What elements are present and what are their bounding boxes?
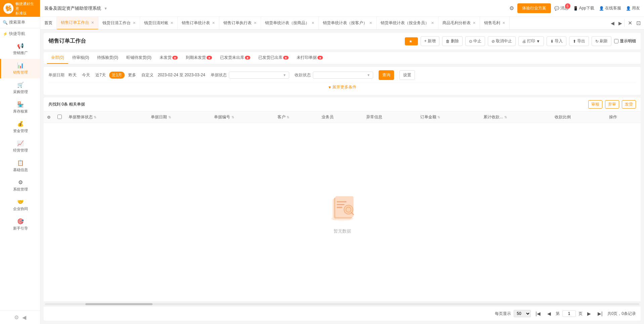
sort-bill-no-icon[interactable]: ⇅ bbox=[231, 115, 234, 119]
empty-illustration bbox=[326, 191, 359, 224]
tabs-scroll-right[interactable]: ▶ bbox=[616, 21, 624, 26]
tab-0[interactable]: 首页 bbox=[40, 17, 57, 30]
cancel-audit-button[interactable]: 弃审 bbox=[605, 100, 619, 109]
tab-close-7[interactable]: ✕ bbox=[369, 21, 372, 25]
scrollbar-thumb[interactable] bbox=[85, 303, 153, 305]
date-option-自定义[interactable]: 自定义 bbox=[139, 72, 156, 79]
sidebar-item-enterprise[interactable]: 🤝企业协同 bbox=[0, 195, 40, 215]
cancel-pause-button[interactable]: ⊘ 取消中止 bbox=[488, 36, 516, 46]
tab-close-1[interactable]: ✕ bbox=[91, 21, 94, 25]
tab-close-8[interactable]: ✕ bbox=[431, 21, 434, 25]
print-button[interactable]: 🖨 打印 ▼ bbox=[518, 36, 544, 46]
select-all-checkbox[interactable] bbox=[57, 115, 62, 119]
expand-more-conditions[interactable]: ▼ 展开更多条件 bbox=[48, 83, 636, 91]
delete-button[interactable]: 🗑 删除 bbox=[442, 36, 463, 46]
settings-col-icon[interactable]: ⚙ bbox=[47, 115, 51, 120]
sub-tab-7[interactable]: 已发货已出库● bbox=[254, 52, 293, 64]
query-button[interactable]: 查询 bbox=[379, 70, 394, 80]
sidebar-item-basic[interactable]: 📋基础信息 bbox=[0, 156, 40, 176]
sidebar-item-purchase[interactable]: 🛒采购管理 bbox=[0, 78, 40, 98]
sub-tab-6[interactable]: 已发货未出库● bbox=[216, 52, 254, 64]
maximize-tab-icon[interactable]: ⊡ bbox=[635, 19, 642, 27]
payment-status-select[interactable]: ▼ bbox=[313, 72, 373, 79]
sidebar-item-guide[interactable]: 🎯新手引导 bbox=[0, 215, 40, 234]
audit-button[interactable]: 审核 bbox=[588, 100, 602, 109]
export-button[interactable]: ⬆ 导出 bbox=[569, 36, 589, 46]
sidebar-search[interactable]: 🔍 搜索菜单 bbox=[0, 17, 40, 28]
user-action[interactable]: 👤 用友 bbox=[626, 5, 640, 11]
settings-filter-button[interactable]: 设置 bbox=[399, 70, 415, 80]
sub-tab-8[interactable]: 未打印单据● bbox=[293, 52, 327, 64]
solution-button[interactable]: 体验行业方案 bbox=[517, 3, 551, 13]
settings-gear-icon[interactable]: ⚙ bbox=[509, 5, 514, 11]
page-number-input[interactable] bbox=[562, 310, 576, 317]
sub-tab-5[interactable]: 到期未发货● bbox=[182, 52, 216, 64]
date-option-近1月[interactable]: 近1月 bbox=[109, 72, 125, 79]
app-download-action[interactable]: 📱 App下载 bbox=[573, 5, 594, 11]
settings-bottom-icon[interactable]: ⚙ bbox=[14, 314, 19, 321]
tab-2[interactable]: 钱货日清工作台✕ bbox=[98, 17, 140, 30]
close-all-tabs-icon[interactable]: ✕ bbox=[627, 19, 634, 27]
col-salesperson: 业务员 bbox=[318, 112, 363, 123]
bill-status-select[interactable]: ▼ bbox=[229, 72, 289, 79]
first-page-btn[interactable]: |◀ bbox=[533, 310, 543, 317]
smart-generate-button[interactable]: ★ bbox=[405, 37, 418, 45]
date-option-更多[interactable]: 更多 bbox=[126, 72, 138, 79]
title-dropdown-arrow[interactable]: ▼ bbox=[104, 6, 108, 10]
tab-8[interactable]: 销货单统计表（按业务员）✕ bbox=[377, 17, 438, 30]
quick-nav[interactable]: ⚡ 快捷导航 bbox=[0, 28, 40, 39]
sidebar-item-system[interactable]: ⚙系统管理 bbox=[0, 176, 40, 195]
sidebar-item-inventory[interactable]: 🏪库存核算 bbox=[0, 98, 40, 117]
tab-close-5[interactable]: ✕ bbox=[254, 21, 257, 25]
tab-close-3[interactable]: ✕ bbox=[170, 21, 173, 25]
sub-tab-2[interactable]: 待拣验货(0) bbox=[93, 52, 122, 64]
sub-tab-0[interactable]: 全部(0) bbox=[47, 52, 68, 64]
tab-9[interactable]: 商品毛利分析表✕ bbox=[438, 17, 480, 30]
tab-5[interactable]: 销售订单执行表✕ bbox=[219, 17, 261, 30]
page-size-select[interactable]: 50 100 200 bbox=[514, 310, 531, 317]
tab-3[interactable]: 钱货日清对账✕ bbox=[140, 17, 178, 30]
sub-tab-1[interactable]: 待审核(0) bbox=[68, 52, 93, 64]
date-option-今天[interactable]: 今天 bbox=[80, 72, 92, 79]
date-option-近7天[interactable]: 近7天 bbox=[93, 72, 108, 79]
refresh-button[interactable]: ↻ 刷新 bbox=[592, 36, 611, 46]
tab-close-4[interactable]: ✕ bbox=[212, 21, 215, 25]
date-option-昨天[interactable]: 昨天 bbox=[67, 72, 79, 79]
payment-status-label: 收款状态 bbox=[295, 72, 311, 78]
sort-customer-icon[interactable]: ⇅ bbox=[287, 115, 289, 119]
next-page-btn[interactable]: ▶ bbox=[585, 310, 593, 317]
message-action[interactable]: 💬 6 消息 bbox=[554, 5, 568, 11]
sort-amount-icon[interactable]: ⇅ bbox=[437, 115, 440, 119]
tab-label-5: 销售订单执行表 bbox=[223, 20, 252, 26]
tab-10[interactable]: 销售毛利✕ bbox=[480, 17, 510, 30]
collapse-icon[interactable]: ◀ bbox=[22, 314, 26, 321]
ship-button[interactable]: 发货 bbox=[622, 100, 636, 109]
sidebar-item-sales[interactable]: 📊销售管理 bbox=[0, 59, 40, 78]
sort-bill-date-icon[interactable]: ⇅ bbox=[168, 115, 171, 119]
import-button[interactable]: ⬇ 导入 bbox=[547, 36, 566, 46]
show-detail-checkbox[interactable]: 显示明细 bbox=[614, 38, 636, 44]
tab-4[interactable]: 销售订单统计表✕ bbox=[178, 17, 219, 30]
tab-close-10[interactable]: ✕ bbox=[502, 21, 505, 25]
pause-button[interactable]: ⊙ 中止 bbox=[465, 36, 485, 46]
online-service-action[interactable]: 👤 在线客服 bbox=[599, 5, 621, 11]
tab-7[interactable]: 销货单统计表（按客户）✕ bbox=[319, 17, 377, 30]
last-page-btn[interactable]: ▶| bbox=[596, 310, 605, 317]
sidebar-item-operations[interactable]: 📈经营管理 bbox=[0, 137, 40, 156]
tab-close-6[interactable]: ✕ bbox=[311, 21, 314, 25]
tab-close-2[interactable]: ✕ bbox=[133, 21, 136, 25]
detail-checkbox-input[interactable] bbox=[614, 39, 618, 43]
tab-1[interactable]: 销售订单工作台✕ bbox=[57, 17, 98, 30]
tabs-scroll-left[interactable]: ◀ bbox=[609, 21, 616, 26]
sidebar-item-marketing[interactable]: 📢营销推广 bbox=[0, 39, 40, 59]
sidebar-item-finance[interactable]: 💰资金管理 bbox=[0, 117, 40, 137]
add-button[interactable]: + 新增 bbox=[421, 36, 439, 46]
tab-close-9[interactable]: ✕ bbox=[473, 21, 476, 25]
tab-6[interactable]: 销货单统计表（按商品）✕ bbox=[261, 17, 319, 30]
sort-bill-status-icon[interactable]: ⇅ bbox=[94, 115, 96, 119]
sub-tab-4[interactable]: 未发货● bbox=[156, 52, 182, 64]
prev-page-btn[interactable]: ◀ bbox=[545, 310, 553, 317]
sort-payment-icon[interactable]: ⇅ bbox=[504, 115, 507, 119]
sub-tab-3[interactable]: 旺铺待发货(0) bbox=[122, 52, 156, 64]
purchase-icon: 🛒 bbox=[17, 82, 24, 88]
